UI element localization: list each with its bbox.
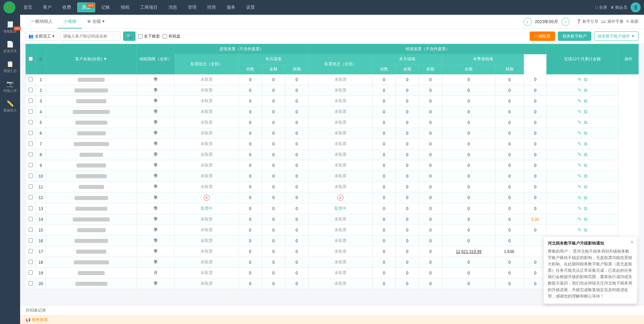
digital-account-ops-btn[interactable]: 税务数字账户操作 ▼ xyxy=(594,31,639,41)
copy-icon[interactable]: ⧉ xyxy=(584,130,587,136)
tax-policy-label[interactable]: 税务政策 xyxy=(32,317,48,323)
row-checkbox[interactable] xyxy=(29,88,33,92)
in-status-cell: 未取票 xyxy=(174,107,238,117)
nav-accounting[interactable]: 记账 xyxy=(97,2,115,12)
tab-general-taxpayer[interactable]: 一般纳税人 xyxy=(25,15,58,28)
one-click-ticket-btn[interactable]: 一键取票 xyxy=(530,31,555,41)
sidebar-invoice-summary[interactable]: 📋 票据汇总 xyxy=(1,58,19,76)
copy-icon[interactable]: ⧉ xyxy=(584,216,587,222)
nav-settings[interactable]: 设置 xyxy=(241,2,260,12)
row-number: 4 xyxy=(36,107,46,117)
edit-icon[interactable]: ✎ xyxy=(578,98,582,104)
nav-message[interactable]: 消息 xyxy=(164,2,182,12)
sidebar-invoice-entry[interactable]: ✏️ 票据录入 xyxy=(1,97,19,116)
nav-tax[interactable]: 报税 xyxy=(116,2,134,12)
in-count-cell: 0 xyxy=(238,203,262,214)
copy-icon[interactable]: ⧉ xyxy=(584,227,587,233)
customer-name-cell xyxy=(46,268,137,278)
th-in-amount: 金额 xyxy=(262,64,285,74)
membership-btn[interactable]: ♛ 购会员 xyxy=(610,5,627,10)
edit-icon[interactable]: ✎ xyxy=(578,87,582,93)
select-all-checkbox[interactable] xyxy=(29,57,33,61)
row-checkbox[interactable] xyxy=(29,217,33,221)
row-checkbox[interactable] xyxy=(29,77,33,81)
tab-all[interactable]: ⊕ 全能 ▾ xyxy=(82,15,110,28)
edit-icon[interactable]: ✎ xyxy=(578,216,582,222)
edit-icon[interactable]: ✎ xyxy=(578,130,582,136)
row-checkbox[interactable] xyxy=(29,99,33,103)
edit-icon[interactable]: ✎ xyxy=(578,109,582,114)
date-next-btn[interactable]: › xyxy=(561,18,570,26)
row-checkbox[interactable] xyxy=(29,238,33,243)
fullscreen-btn[interactable]: □ 全屏 xyxy=(595,5,607,10)
row-checkbox[interactable] xyxy=(29,131,33,135)
digital-account-btn[interactable]: 税务数字账户 xyxy=(558,31,591,41)
sidebar-smart-ticket[interactable]: 🧾 智能取票 new xyxy=(1,18,19,37)
nav-service[interactable]: 服务 xyxy=(222,2,240,12)
copy-icon[interactable]: ⧉ xyxy=(584,77,587,82)
table-row: 3 季 未取票 0 0 0 未取票 0 0 0 0 0 0 ✎ ⧉ xyxy=(26,96,639,107)
row-checkbox[interactable] xyxy=(29,152,33,156)
notification-close-btn[interactable]: × xyxy=(631,239,634,245)
row-checkbox[interactable] xyxy=(29,174,33,178)
search-button[interactable]: 🔍 xyxy=(123,31,136,41)
edit-icon[interactable]: ✎ xyxy=(578,120,582,125)
manual-btn[interactable]: 📖 操作手册 xyxy=(601,19,623,24)
copy-icon[interactable]: ⧉ xyxy=(584,206,587,211)
row-checkbox[interactable] xyxy=(29,120,33,124)
checkbox-subaccount-input[interactable] xyxy=(138,34,143,39)
date-prev-btn[interactable]: ‹ xyxy=(524,18,532,26)
refresh-btn[interactable]: ↻ 刷新 xyxy=(626,19,639,24)
edit-icon[interactable]: ✎ xyxy=(578,152,582,157)
row-checkbox[interactable] xyxy=(29,260,33,264)
sidebar-invoice-open[interactable]: 📄 发票开具 xyxy=(1,38,19,56)
user-avatar[interactable]: 👤 xyxy=(631,2,641,12)
row-checkbox-cell xyxy=(26,160,36,171)
copy-icon[interactable]: ⧉ xyxy=(584,152,587,157)
employee-select[interactable]: 👥 全部员工 ▾ xyxy=(25,31,57,41)
edit-icon[interactable]: ✎ xyxy=(578,184,582,189)
edit-icon[interactable]: ✎ xyxy=(578,173,582,179)
edit-icon[interactable]: ✎ xyxy=(578,163,582,168)
edit-icon[interactable]: ✎ xyxy=(578,141,582,146)
copy-icon[interactable]: ⧉ xyxy=(584,98,587,104)
copy-icon[interactable]: ⧉ xyxy=(584,109,587,114)
nav-operation[interactable]: 经营 xyxy=(203,2,221,12)
copy-icon[interactable]: ⧉ xyxy=(584,195,587,200)
row-checkbox[interactable] xyxy=(29,228,33,232)
nav-home[interactable]: 首页 xyxy=(19,2,37,12)
qt-tax-cell: 1,638. xyxy=(495,246,524,257)
edit-icon[interactable]: ✎ xyxy=(578,195,582,200)
edit-icon[interactable]: ✎ xyxy=(578,227,582,233)
row-checkbox[interactable] xyxy=(29,249,33,253)
row-checkbox[interactable] xyxy=(29,184,33,189)
row-checkbox[interactable] xyxy=(29,109,33,114)
settings-icon[interactable]: ⚙ xyxy=(39,57,43,62)
edit-icon[interactable]: ✎ xyxy=(578,77,582,82)
checkbox-taxpad-input[interactable] xyxy=(163,34,167,39)
nav-management[interactable]: 管理 xyxy=(183,2,201,12)
checkbox-subaccount[interactable]: 名下账套 xyxy=(138,34,160,39)
row-checkbox[interactable] xyxy=(29,281,33,285)
edit-icon[interactable]: ✎ xyxy=(578,206,582,211)
copy-icon[interactable]: ⧉ xyxy=(584,163,587,168)
nav-billing[interactable]: 收费 xyxy=(58,2,76,12)
copy-icon[interactable]: ⧉ xyxy=(584,184,587,189)
sidebar-scan-upload[interactable]: 📷 扫描上传 xyxy=(1,77,19,96)
checkbox-taxpad[interactable]: 有税盘 xyxy=(163,34,180,39)
row-checkbox[interactable] xyxy=(29,270,33,275)
nav-business[interactable]: 工商项目 xyxy=(136,2,162,12)
row-checkbox[interactable] xyxy=(29,206,33,210)
nav-customer[interactable]: 客户 xyxy=(38,2,56,12)
copy-icon[interactable]: ⧉ xyxy=(584,120,587,125)
row-checkbox[interactable] xyxy=(29,195,33,199)
row-checkbox[interactable] xyxy=(29,141,33,146)
tab-small-scale[interactable]: 小规模 xyxy=(58,15,82,28)
copy-icon[interactable]: ⧉ xyxy=(584,173,587,179)
row-checkbox[interactable] xyxy=(29,163,33,167)
new-guide-btn[interactable]: ❓ 新手引导 xyxy=(576,19,598,24)
copy-icon[interactable]: ⧉ xyxy=(584,87,587,93)
copy-icon[interactable]: ⧉ xyxy=(584,141,587,146)
nav-invoice[interactable]: 票据 new xyxy=(77,2,95,12)
search-input[interactable] xyxy=(60,31,120,41)
